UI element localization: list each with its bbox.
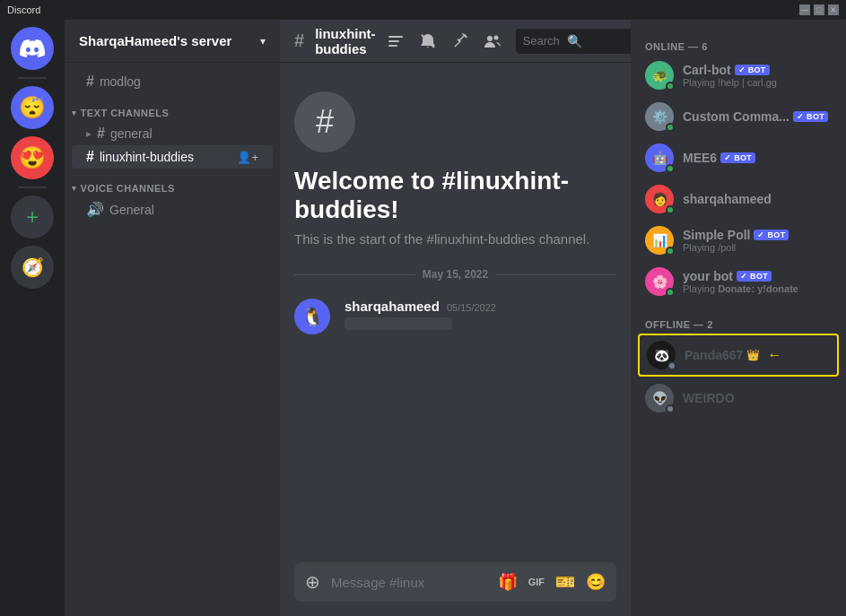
category-text-channels[interactable]: ▾ TEXT CHANNELS [65, 93, 280, 122]
sticker-icon[interactable]: 🎫 [555, 572, 575, 592]
chat-area: # Welcome to #linuxhint-buddies! This is… [280, 63, 631, 562]
message-input-placeholder[interactable]: Message #linux [331, 575, 487, 590]
category-voice-channels[interactable]: ▾ VOICE CHANNELS [65, 169, 280, 197]
carl-bot-avatar: 🐢 [645, 61, 674, 90]
channel-item-modlog[interactable]: # modlog [72, 70, 273, 93]
your-bot-info: your bot ✓ BOT Playing Donate: y!donate [683, 269, 832, 294]
member-custom-commands[interactable]: ⚙️ Custom Comma... ✓ BOT [638, 97, 839, 136]
offline-section-title: OFFLINE — 2 [638, 312, 839, 334]
server-icon-1[interactable]: 😴 [11, 86, 54, 129]
emoji-icon[interactable]: 😊 [586, 572, 606, 592]
weirdo-name: WEIRDO [683, 391, 832, 405]
channel-item-linuxhint[interactable]: # linuxhint-buddies 👤+ [72, 145, 273, 169]
member-simple-poll[interactable]: 📊 Simple Poll ✓ BOT Playing /poll [638, 221, 839, 260]
svg-point-5 [487, 36, 493, 41]
titlebar: Discord — □ ✕ [0, 0, 846, 20]
mee6-name: MEE6 ✓ BOT [683, 151, 832, 165]
message-avatar: 🐧 [294, 299, 330, 334]
panda667-info: Panda667 👑 ← [685, 347, 830, 363]
mee6-status-dot [666, 164, 675, 173]
maximize-button[interactable]: □ [814, 4, 824, 15]
member-panda667[interactable]: 🐼 Panda667 👑 ← [638, 334, 839, 377]
search-placeholder: Search [523, 34, 560, 48]
chat-welcome: # Welcome to #linuxhint-buddies! This is… [280, 77, 631, 254]
svg-point-6 [493, 35, 498, 39]
channel-name-linuxhint: linuxhint-buddies [100, 150, 194, 164]
message-username: sharqahameed [345, 299, 440, 314]
channel-item-general[interactable]: ▶ # general [72, 122, 273, 145]
simple-poll-playing: Playing /poll [683, 242, 832, 253]
member-carl-bot[interactable]: 🐢 Carl-bot ✓ BOT Playing !help | carl.gg [638, 56, 839, 95]
simple-poll-info: Simple Poll ✓ BOT Playing /poll [683, 228, 832, 253]
channel-hash-icon: # [97, 126, 105, 142]
message-header: sharqahameed 05/15/2022 [345, 299, 616, 314]
date-divider: May 15, 2022 [294, 268, 616, 281]
arrow-indicator: ← [767, 347, 781, 363]
close-button[interactable]: ✕ [828, 4, 839, 15]
members-list: ONLINE — 6 🐢 Carl-bot ✓ BOT Playing !hel… [631, 20, 846, 616]
mee6-avatar: 🤖 [645, 143, 674, 172]
server-icon-2[interactable]: 😍 [11, 136, 54, 179]
add-server-button[interactable]: + [11, 195, 54, 239]
minimize-button[interactable]: — [799, 4, 810, 15]
welcome-description: This is the start of the #linuxhint-budd… [294, 231, 616, 247]
channel-big-icon: # [294, 91, 355, 152]
gif-label[interactable]: GIF [528, 577, 545, 587]
carl-bot-info: Carl-bot ✓ BOT Playing !help | carl.gg [683, 63, 832, 88]
weirdo-status-dot [666, 404, 675, 413]
channel-name-general: general [110, 126, 153, 141]
sharqahameed-name: sharqahameed [683, 192, 832, 206]
svg-line-4 [455, 42, 459, 47]
mee6-badge: ✓ BOT [720, 152, 755, 163]
search-bar[interactable]: Search 🔍 [516, 29, 631, 54]
category-text-label: TEXT CHANNELS [81, 108, 170, 118]
channel-hash-icon-active: # [86, 149, 94, 165]
date-divider-text: May 15, 2022 [423, 268, 488, 281]
mee6-info: MEE6 ✓ BOT [683, 151, 832, 165]
sharqahameed-status-dot [666, 205, 675, 214]
panda667-status-dot [667, 361, 676, 370]
pinned-messages-icon[interactable] [451, 32, 469, 50]
server-header[interactable]: SharqaHameed's server ▾ [65, 20, 280, 63]
voice-category-arrow-icon: ▾ [72, 184, 77, 193]
discord-home-button[interactable] [11, 27, 54, 70]
app-body: 😴 😍 + 🧭 SharqaHameed's server ▾ # modlog [0, 20, 846, 616]
voice-channel-icon: 🔊 [86, 201, 104, 218]
member-weirdo[interactable]: 👽 WEIRDO [638, 378, 839, 418]
server-divider [18, 77, 47, 79]
date-divider-line-right [495, 274, 616, 275]
simple-poll-avatar: 📊 [645, 226, 674, 255]
mute-notifications-icon[interactable] [419, 32, 437, 50]
member-list-icon[interactable] [484, 32, 501, 50]
carl-bot-name: Carl-bot ✓ BOT [683, 63, 832, 77]
your-bot-status-dot [666, 288, 675, 297]
your-bot-avatar: 🌸 [645, 267, 674, 296]
channel-item-general-voice[interactable]: 🔊 General [72, 197, 273, 221]
channel-name-modlog: modlog [100, 74, 141, 89]
gift-icon[interactable]: 🎁 [498, 572, 518, 592]
your-bot-badge: ✓ BOT [737, 271, 772, 282]
message-timestamp: 05/15/2022 [447, 302, 496, 313]
server-list: 😴 😍 + 🧭 [0, 20, 65, 616]
online-section-title: ONLINE — 6 [638, 34, 839, 56]
discover-servers-button[interactable]: 🧭 [11, 246, 54, 289]
channel-header: # linuxhint-buddies [280, 20, 631, 63]
channel-list: # modlog ▾ TEXT CHANNELS ▶ # general # l… [65, 63, 280, 616]
add-attachment-icon[interactable]: ⊕ [305, 571, 320, 593]
search-icon: 🔍 [567, 34, 582, 48]
svg-rect-1 [388, 40, 399, 42]
svg-rect-2 [388, 45, 397, 47]
app-title: Discord [7, 4, 40, 15]
date-divider-line-left [294, 274, 415, 275]
member-mee6[interactable]: 🤖 MEE6 ✓ BOT [638, 138, 839, 178]
member-your-bot[interactable]: 🌸 your bot ✓ BOT Playing Donate: y!donat… [638, 262, 839, 301]
add-member-icon[interactable]: 👤+ [237, 151, 258, 164]
member-sharqahameed[interactable]: 🧑 sharqahameed [638, 179, 839, 219]
message-input-box: ⊕ Message #linux 🎁 GIF 🎫 😊 [294, 562, 616, 602]
simple-poll-name: Simple Poll ✓ BOT [683, 228, 832, 242]
category-voice-label: VOICE CHANNELS [81, 183, 175, 194]
main-content: # linuxhint-buddies [280, 20, 631, 616]
header-icons: Search 🔍 [387, 29, 631, 54]
carl-bot-playing: Playing !help | carl.gg [683, 77, 832, 88]
threads-icon[interactable] [387, 32, 405, 50]
